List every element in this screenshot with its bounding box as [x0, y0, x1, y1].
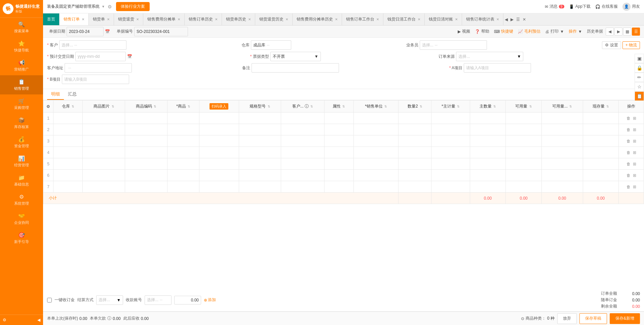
th-warehouse[interactable]: 仓库 ⇅ — [53, 100, 83, 113]
expand-right-icon[interactable]: ▶ — [614, 28, 622, 36]
cell-product-6[interactable] — [167, 181, 199, 193]
right-icon-2[interactable]: 🔒 — [635, 63, 644, 73]
sidebar-collapse-button[interactable]: ◀ — [37, 318, 40, 322]
th-qty2[interactable]: 数量2 ⇅ — [399, 100, 431, 113]
cell-current-0[interactable] — [583, 113, 619, 124]
tab-item-7[interactable]: 销货退货历史✕ — [255, 13, 293, 25]
cell-attribute-1[interactable] — [324, 124, 353, 135]
delivery-date-input[interactable]: yyyy-mm-dd — [75, 52, 126, 61]
cell-customer-code-6[interactable] — [281, 181, 324, 193]
cell-main-qty-6[interactable] — [470, 181, 506, 193]
cell-available-2[interactable] — [506, 135, 542, 147]
account-dots[interactable]: ··· — [160, 298, 162, 302]
cell-qty2-1[interactable] — [399, 124, 431, 135]
cell-attribute-5[interactable] — [324, 170, 353, 181]
cell-main-unit-6[interactable] — [431, 181, 470, 193]
delete-icon-6[interactable]: 🗑 — [627, 185, 631, 189]
cell-qty2-2[interactable] — [399, 135, 431, 147]
scan-button[interactable]: 扫码录入 — [210, 103, 228, 110]
sidebar-item-5[interactable]: 📦 库存核算 — [0, 114, 43, 133]
tab-close-5[interactable]: ✕ — [215, 17, 218, 21]
sidebar-item-9[interactable]: ⚙ 系统管理 — [0, 190, 43, 209]
order-source-input[interactable]: 选择... ▼ — [456, 52, 523, 61]
cell-unit-1[interactable] — [353, 124, 398, 135]
cell-unit-6[interactable] — [353, 181, 398, 193]
cell-spec-3[interactable] — [239, 147, 281, 158]
th-image[interactable]: 商品图片 ⇅ — [83, 100, 125, 113]
cell-attribute-4[interactable] — [324, 158, 353, 170]
tab-scroll-left[interactable]: ◀ — [503, 17, 509, 22]
cell-main-qty-2[interactable] — [470, 135, 506, 147]
sidebar-item-3[interactable]: 📋 销售管理 — [0, 75, 43, 94]
th-settings[interactable]: ⚙ — [43, 100, 53, 113]
cell-main-unit-2[interactable] — [431, 135, 470, 147]
cell-product-5[interactable] — [167, 170, 199, 181]
staff-input[interactable]: 选择... ··· — [420, 40, 487, 50]
tab-item-6[interactable]: 销货单历史✕ — [222, 13, 255, 25]
cell-warehouse-2[interactable] — [53, 135, 83, 147]
cell-warehouse-6[interactable] — [53, 181, 83, 193]
th-available[interactable]: 可用量 ⇅ — [506, 100, 542, 113]
tab-item-8[interactable]: 销售费用分摊单历史✕ — [293, 13, 342, 25]
a-project-input[interactable]: 请输入A项目 — [464, 63, 531, 73]
tab-item-12[interactable]: 销售订单统计表✕ — [462, 13, 503, 25]
cell-code-4[interactable] — [125, 158, 167, 170]
sidebar-settings-button[interactable]: ⚙ — [3, 318, 6, 322]
discard-button[interactable]: 放弃 — [557, 313, 577, 324]
tab-item-10[interactable]: 钱货日清工作台✕ — [383, 13, 425, 25]
cell-available2-2[interactable] — [541, 135, 583, 147]
tab-close-6[interactable]: ✕ — [248, 17, 251, 21]
tab-item-0[interactable]: 首页 — [43, 13, 60, 25]
tab-item-3[interactable]: 销货退货✕ — [114, 13, 143, 25]
tab-menu-button[interactable]: ☰ — [515, 17, 521, 22]
address-dots[interactable]: ··· — [68, 66, 71, 70]
tab-item-9[interactable]: 销售订单工作台✕ — [342, 13, 383, 25]
delete-icon-0[interactable]: 🗑 — [627, 116, 631, 121]
tab-close-1[interactable]: ✕ — [82, 17, 84, 21]
cell-main-unit-1[interactable] — [431, 124, 470, 135]
cell-customer-code-2[interactable] — [281, 135, 324, 147]
cell-main-unit-5[interactable] — [431, 170, 470, 181]
warehouse-dots[interactable]: ··· — [267, 43, 269, 47]
invoice-select[interactable]: 不开票 ▼ — [270, 52, 321, 61]
cell-main-qty-1[interactable] — [470, 124, 506, 135]
operate-button[interactable]: 操作 ▼ — [567, 28, 584, 35]
cell-customer-code-5[interactable] — [281, 170, 324, 181]
customer-input[interactable]: 选择... ··· — [59, 40, 126, 50]
b-project-input[interactable]: 请输入B项目 — [62, 75, 129, 84]
cell-product-1[interactable] — [167, 124, 199, 135]
cell-attribute-0[interactable] — [324, 113, 353, 124]
tab-close-4[interactable]: ✕ — [178, 17, 180, 21]
cell-spec-2[interactable] — [239, 135, 281, 147]
delete-icon-3[interactable]: 🗑 — [627, 150, 631, 155]
cell-main-qty-0[interactable] — [470, 113, 506, 124]
copy-icon-4[interactable]: ⊞ — [633, 162, 636, 166]
history-button[interactable]: 历史单据 — [585, 28, 605, 35]
account-select[interactable]: 选择... ··· — [145, 295, 172, 305]
copy-icon-6[interactable]: ⊞ — [633, 185, 636, 189]
cell-main-qty-5[interactable] — [470, 170, 506, 181]
date-input[interactable]: 2023-03-24 — [67, 27, 104, 36]
th-spec[interactable]: 规格型号 ⇅ — [239, 100, 281, 113]
cell-main-unit-4[interactable] — [431, 158, 470, 170]
save-draft-button[interactable]: 保存草稿 — [579, 313, 607, 324]
cell-warehouse-3[interactable] — [53, 147, 83, 158]
th-unit[interactable]: *销售单位 ⇅ — [353, 100, 398, 113]
cell-spec-1[interactable] — [239, 124, 281, 135]
tab-item-2[interactable]: 销货单✕ — [89, 13, 114, 25]
tab-close-2[interactable]: ✕ — [107, 17, 110, 21]
cell-available-0[interactable] — [506, 113, 542, 124]
tab-close-10[interactable]: ✕ — [418, 17, 420, 21]
delete-icon-1[interactable]: 🗑 — [627, 127, 631, 132]
cell-attribute-6[interactable] — [324, 181, 353, 193]
right-icon-3[interactable]: ✏ — [635, 73, 644, 82]
tab-close-8[interactable]: ✕ — [335, 17, 338, 21]
sidebar-item-1[interactable]: ⭐ 快捷导航 — [0, 37, 43, 56]
right-icon-5[interactable]: 📋 — [635, 91, 644, 101]
cell-unit-5[interactable] — [353, 170, 398, 181]
cell-product-3[interactable] — [167, 147, 199, 158]
shortcut-button[interactable]: ⌨ 快捷键 — [492, 28, 515, 35]
copy-icon-0[interactable]: ⊞ — [633, 116, 636, 121]
tab-close-12[interactable]: ✕ — [496, 17, 499, 21]
th-current[interactable]: 现存量 ⇅ — [583, 100, 619, 113]
